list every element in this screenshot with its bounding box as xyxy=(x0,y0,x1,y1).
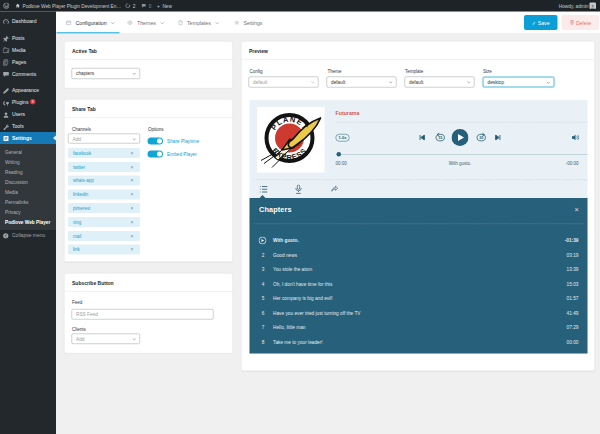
svg-text:30: 30 xyxy=(479,136,483,140)
svg-text:15: 15 xyxy=(438,136,442,140)
